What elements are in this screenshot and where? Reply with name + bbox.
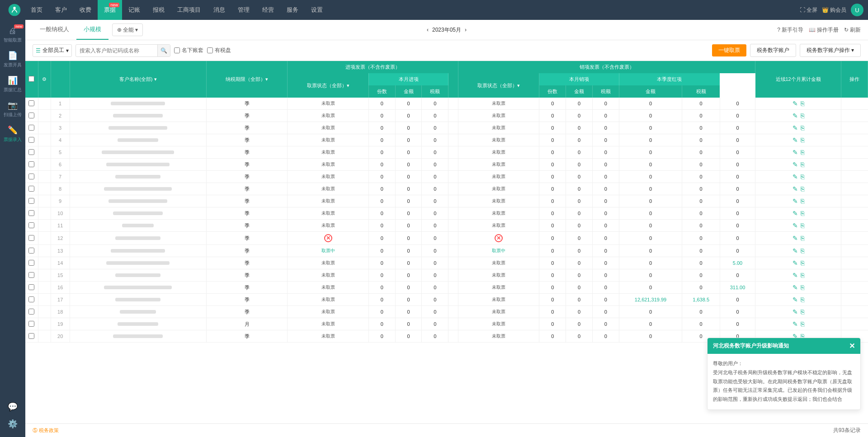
search-button[interactable]: 🔍 [157,44,170,57]
th-fetch-status-in[interactable]: 取票状态（全部）▾ [288,73,369,98]
tax-policy-link[interactable]: ⑤ 税务政策 [33,427,59,434]
edit-icon[interactable]: ✎ [793,222,798,229]
row-checkbox[interactable] [28,260,34,266]
edit-icon[interactable]: ✎ [793,284,798,291]
refresh-btn[interactable]: ↻ 刷新 [844,26,861,34]
row-checkbox[interactable] [28,235,34,241]
ledger-checkbox-label[interactable]: 名下账套 [174,47,203,54]
edit-icon[interactable]: ✎ [793,320,798,328]
row-checkbox[interactable] [28,222,34,228]
select-all-checkbox[interactable] [28,76,34,82]
copy-icon[interactable]: ⎘ [801,161,804,168]
row-checkbox[interactable] [28,272,34,278]
th-client-name[interactable]: 客户名称(全部) ▾ [70,61,206,98]
ledger-checkbox[interactable] [174,47,180,53]
copy-icon[interactable]: ⎘ [801,136,804,144]
edit-icon[interactable]: ✎ [793,259,798,267]
row-checkbox[interactable] [28,284,34,290]
nav-manage[interactable]: 管理 [231,0,256,20]
copy-icon[interactable]: ⎘ [801,124,804,132]
row-checkbox[interactable] [28,137,34,143]
row-checkbox[interactable] [28,100,34,106]
notification-close-btn[interactable]: ✕ [849,342,855,350]
copy-icon[interactable]: ⎘ [801,235,804,242]
row-checkbox[interactable] [28,309,34,315]
edit-icon[interactable]: ✎ [793,272,798,279]
edit-icon[interactable]: ✎ [793,296,798,303]
copy-icon[interactable]: ⎘ [801,272,804,279]
nav-operation[interactable]: 经营 [256,0,280,20]
sidebar-message[interactable]: 💬 [1,399,24,414]
sidebar-item-invoice-open[interactable]: 📄 发票开具 [1,48,24,71]
copy-icon[interactable]: ⎘ [801,284,804,291]
edit-icon[interactable]: ✎ [793,161,798,168]
edit-icon[interactable]: ✎ [793,149,798,156]
tab-small-scale[interactable]: 小规模 [76,20,108,40]
row-checkbox[interactable] [28,321,34,327]
row-checkbox[interactable] [28,149,34,155]
edit-icon[interactable]: ✎ [793,235,798,242]
edit-icon[interactable]: ✎ [793,308,798,315]
copy-icon[interactable]: ⎘ [801,320,804,328]
row-checkbox[interactable] [28,125,34,131]
row-checkbox[interactable] [28,113,34,118]
nav-service[interactable]: 服务 [280,0,305,20]
new-guide-btn[interactable]: ? 新手引导 [777,26,803,34]
tax-disk-checkbox[interactable] [207,47,213,53]
tax-digital-ops-btn[interactable]: 税务数字账户操作 ▾ [800,44,861,57]
date-prev-btn[interactable]: ‹ [427,27,429,33]
copy-icon[interactable]: ⎘ [801,100,804,107]
copy-icon[interactable]: ⎘ [801,296,804,303]
row-checkbox[interactable] [28,198,34,204]
nav-commerce[interactable]: 工商项目 [171,0,207,20]
copy-icon[interactable]: ⎘ [801,185,804,193]
sidebar-item-invoice-entry[interactable]: ✏️ 票据录入 [1,122,24,146]
copy-icon[interactable]: ⎘ [801,112,804,119]
nav-accounting[interactable]: 记账 [122,0,146,20]
copy-icon[interactable]: ⎘ [801,247,804,254]
search-input[interactable] [76,47,157,54]
copy-icon[interactable]: ⎘ [801,149,804,156]
nav-home[interactable]: 首页 [24,0,49,20]
user-avatar[interactable]: U [851,4,863,16]
edit-icon[interactable]: ✎ [793,124,798,132]
edit-icon[interactable]: ✎ [793,112,798,119]
row-checkbox[interactable] [28,161,34,167]
tab-general-tax[interactable]: 一般纳税人 [33,20,76,40]
sidebar-settings[interactable]: ⚙️ [1,416,24,432]
edit-icon[interactable]: ✎ [793,185,798,193]
copy-icon[interactable]: ⎘ [801,197,804,205]
nav-fee[interactable]: 收费 [73,0,98,20]
edit-icon[interactable]: ✎ [793,197,798,205]
edit-icon[interactable]: ✎ [793,173,798,180]
edit-icon[interactable]: ✎ [793,247,798,254]
edit-icon[interactable]: ✎ [793,210,798,217]
nav-settings[interactable]: 设置 [305,0,329,20]
tab-all-scope[interactable]: ⊕ 全能 ▾ [112,23,143,36]
row-checkbox[interactable] [28,248,34,254]
th-tax-period[interactable]: 纳税期限（全部）▾ [206,61,288,98]
member-btn[interactable]: 👑 购会员 [822,6,846,14]
row-checkbox[interactable] [28,296,34,302]
date-next-btn[interactable]: › [465,27,467,33]
nav-message[interactable]: 消息 [207,0,231,20]
tax-disk-checkbox-label[interactable]: 有税盘 [207,47,231,54]
copy-icon[interactable]: ⎘ [801,173,804,180]
fullscreen-btn[interactable]: ⛶ 全屏 [800,6,817,14]
nav-client[interactable]: 客户 [49,0,73,20]
th-fetch-status-out2[interactable]: 取票状态（全部）▾ [458,73,539,98]
sidebar-item-smart-ticket[interactable]: 🖨 智能取票 new [1,23,24,46]
th-fetch-status-out[interactable] [448,73,458,98]
copy-icon[interactable]: ⎘ [801,222,804,229]
sidebar-item-invoice-summary[interactable]: 📊 票据汇总 [1,73,24,96]
tax-digital-btn[interactable]: 税务数字账户 [750,44,796,57]
employee-filter-group[interactable]: ☰ 全部员工 ▾ [33,44,72,57]
sidebar-item-scan-upload[interactable]: 📷 扫描上传 [1,98,24,121]
manual-btn[interactable]: 📖 操作手册 [809,26,839,34]
row-checkbox[interactable] [28,186,34,192]
row-checkbox[interactable] [28,333,34,339]
row-checkbox[interactable] [28,210,34,216]
copy-icon[interactable]: ⎘ [801,210,804,217]
copy-icon[interactable]: ⎘ [801,259,804,267]
one-key-ticket-btn[interactable]: 一键取票 [712,44,746,56]
